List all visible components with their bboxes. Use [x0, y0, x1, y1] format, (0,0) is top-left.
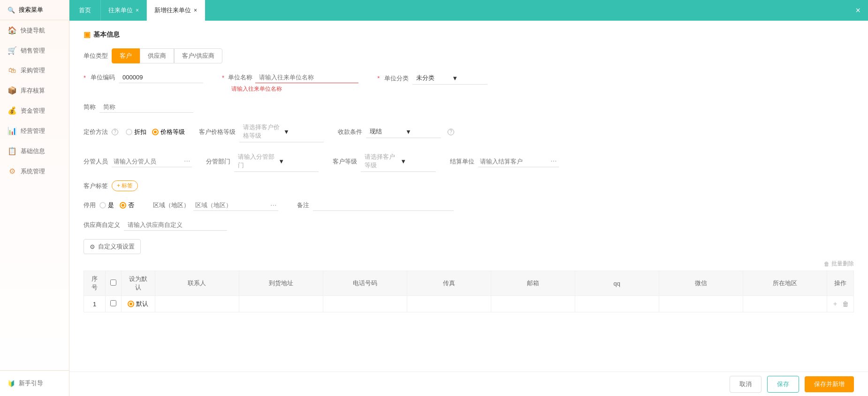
payment-terms-value: 现结 [370, 127, 404, 136]
col-default: 设为默认 [122, 271, 155, 296]
payment-terms-help-icon[interactable]: ? [448, 129, 454, 135]
cancel-button[interactable]: 取消 [730, 376, 761, 393]
tab-contact-list-label: 往来单位 [108, 6, 133, 15]
payment-terms-select[interactable]: 现结 ▼ [366, 125, 441, 138]
cell-address[interactable] [239, 296, 323, 312]
tab-home-label: 首页 [79, 6, 91, 15]
cell-email[interactable] [491, 296, 575, 312]
col-fax: 传真 [407, 271, 491, 296]
col-email: 邮箱 [491, 271, 575, 296]
disabled-options: 是 否 [99, 201, 134, 210]
gear-icon: ⚙ [90, 243, 95, 250]
unit-code-input[interactable] [119, 72, 203, 83]
region-more-btn[interactable]: ··· [268, 201, 278, 210]
customer-level-select[interactable]: 请选择客户等级 ▼ [361, 151, 436, 172]
sidebar-item-label: 库存核算 [21, 86, 45, 95]
cell-fax[interactable] [407, 296, 491, 312]
sales-icon: 🛒 [8, 46, 17, 55]
abbr-input[interactable] [99, 101, 193, 113]
btn-type-customer[interactable]: 客户 [112, 48, 140, 63]
phone-input[interactable] [328, 301, 402, 308]
supplier-custom-label: 供应商自定义 [84, 221, 120, 229]
payment-terms-field: 收款条件 现结 ▼ ? [338, 125, 454, 138]
cell-wechat[interactable] [659, 296, 743, 312]
save-new-button[interactable]: 保存并新增 [805, 376, 854, 392]
unit-name-error: 请输入往来单位名称 [231, 85, 282, 93]
section-title-text: 基本信息 [93, 31, 120, 39]
sidebar-item-system[interactable]: ⚙ 系统管理 [0, 161, 69, 181]
abbr-row: 简称 [84, 101, 854, 113]
operations-icon: 📊 [8, 126, 17, 135]
manager-input[interactable] [112, 156, 182, 167]
custom-setting-btn[interactable]: ⚙ 自定义项设置 [84, 239, 141, 254]
tab-contact-list-close[interactable]: × [136, 7, 139, 14]
add-row-btn[interactable]: ＋ [832, 300, 838, 308]
batch-delete-label[interactable]: 批量删除 [831, 260, 854, 268]
wechat-input[interactable] [664, 301, 738, 308]
unit-name-input[interactable] [255, 72, 358, 83]
radio-price-level[interactable]: 价格等级 [152, 128, 185, 136]
unit-category-select[interactable]: 未分类 ▼ [412, 72, 487, 85]
tab-home[interactable]: 首页 [69, 0, 101, 21]
customer-level-placeholder: 请选择客户等级 [365, 153, 398, 170]
sidebar-item-inventory[interactable]: 📦 库存核算 [0, 80, 69, 101]
row-checkbox[interactable] [110, 300, 116, 306]
unit-code-required: * [84, 74, 86, 81]
sidebar-item-operations[interactable]: 📊 经营管理 [0, 121, 69, 141]
pricing-help-icon[interactable]: ? [112, 129, 118, 135]
supplier-custom-input[interactable] [124, 219, 227, 231]
cell-area[interactable] [743, 296, 827, 312]
sidebar-item-sales[interactable]: 🛒 销售管理 [0, 40, 69, 61]
select-all-checkbox[interactable] [110, 280, 116, 286]
area-input[interactable] [748, 301, 822, 308]
cell-qq[interactable] [575, 296, 659, 312]
radio-disabled-no[interactable]: 否 [120, 201, 134, 210]
btn-type-both[interactable]: 客户/供应商 [174, 48, 222, 63]
sidebar-item-basic-info[interactable]: 📋 基础信息 [0, 141, 69, 161]
save-button[interactable]: 保存 [767, 376, 799, 393]
manager-more-btn[interactable]: ··· [182, 157, 192, 165]
unit-code-field: * 单位编码 [84, 72, 203, 83]
cell-contact[interactable] [155, 296, 239, 312]
add-tag-btn[interactable]: + 标签 [112, 180, 138, 191]
settlement-unit-input[interactable] [478, 156, 548, 167]
radio-disabled-no-label: 否 [128, 201, 134, 210]
search-menu[interactable]: 🔍 搜索菜单 [0, 0, 69, 20]
col-checkbox[interactable] [106, 271, 122, 296]
qq-input[interactable] [580, 301, 654, 308]
settlement-unit-more-btn[interactable]: ··· [548, 157, 558, 165]
fax-input[interactable] [412, 301, 486, 308]
department-select[interactable]: 请输入分管部门 ▼ [234, 151, 319, 172]
col-seq: 序号 [84, 271, 106, 296]
cell-phone[interactable] [323, 296, 407, 312]
sidebar-item-purchase[interactable]: 🛍 采购管理 [0, 61, 69, 80]
inventory-icon: 📦 [8, 86, 17, 95]
radio-default[interactable]: 默认 [126, 300, 150, 308]
sidebar-item-guide[interactable]: 🔰 新手引导 [0, 374, 69, 392]
content-area: ▣ 基本信息 单位类型 客户 供应商 客户/供应商 * 单位编码 [69, 21, 868, 372]
region-field: 区域（地区） ··· [153, 200, 278, 211]
btn-type-supplier[interactable]: 供应商 [140, 48, 174, 63]
tab-add-contact[interactable]: 新增往来单位 × [147, 0, 205, 21]
sidebar-item-finance[interactable]: 💰 资金管理 [0, 101, 69, 121]
col-area: 所在地区 [743, 271, 827, 296]
sidebar-item-quick-nav[interactable]: 🏠 快捷导航 [0, 20, 69, 40]
contact-input[interactable] [160, 301, 234, 308]
radio-discount[interactable]: 折扣 [126, 128, 146, 136]
tab-contact-list[interactable]: 往来单位 × [101, 0, 147, 21]
region-label: 区域（地区） [153, 201, 190, 210]
tab-add-contact-close[interactable]: × [194, 7, 197, 14]
remark-input[interactable] [313, 200, 454, 211]
unit-type-row: 单位类型 客户 供应商 客户/供应商 [84, 48, 854, 63]
region-input[interactable] [193, 200, 268, 210]
radio-disabled-no-circle [120, 202, 126, 209]
unit-type-field: 单位类型 客户 供应商 客户/供应商 [84, 48, 222, 63]
customer-price-level-select[interactable]: 请选择客户价格等级 ▼ [239, 121, 324, 142]
radio-disabled-yes[interactable]: 是 [99, 201, 114, 210]
tabbar-close-all[interactable]: × [848, 6, 868, 16]
address-input[interactable] [244, 301, 318, 308]
delete-row-btn[interactable]: 🗑 [842, 300, 849, 308]
email-input[interactable] [496, 301, 570, 308]
unit-category-value: 未分类 [416, 74, 450, 82]
cell-checkbox[interactable] [106, 296, 122, 312]
